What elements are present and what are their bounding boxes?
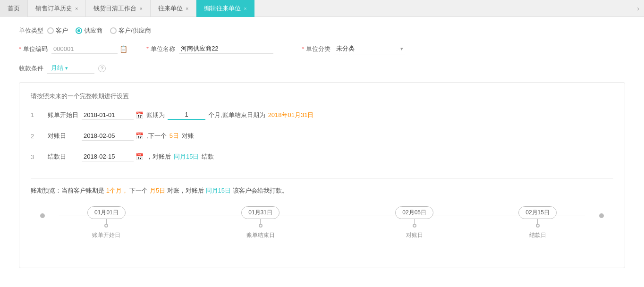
setting-row-3: 3 结款日 📅 ，对账后 同月15日 结款 — [31, 152, 613, 161]
row-label-3: 结款日 — [48, 152, 76, 161]
payment-condition-row: 收款条件 月结 ▾ ? — [19, 63, 625, 74]
tab-bar: 首页 销售订单历史 × 钱货日清工作台 × 往来单位 × 编辑往来单位 × › — [0, 0, 644, 17]
tab-edit-partner-label: 编辑往来单位 — [204, 4, 241, 13]
radio-supplier-circle — [76, 27, 82, 34]
unit-code-field: * 单位编码 📋 — [19, 44, 127, 54]
chevron-down-icon: ▾ — [400, 46, 403, 52]
settings-card: 请按照未来的一个完整帐期进行设置 1 账单开始日 📅 账期为 个月,账单结束日期… — [19, 82, 625, 268]
main-content: 单位类型 客户 供应商 客户/供应商 * 单位编码 — [0, 17, 644, 287]
payment-condition-label: 收款条件 — [19, 64, 43, 73]
row-num-3: 3 — [31, 153, 40, 160]
unit-name-label: 单位名称 — [151, 45, 175, 53]
timeline-connector-1 — [106, 219, 107, 224]
timeline-dot-3 — [413, 224, 416, 228]
timeline-node-2: 01月31日 账单结束日 — [168, 206, 353, 239]
preview-reconcile-day: 月5日 — [150, 187, 165, 194]
close-icon[interactable]: × — [186, 6, 188, 11]
calendar-icon[interactable]: 📅 — [136, 153, 144, 160]
radio-customer-label: 客户 — [56, 26, 68, 35]
unit-name-input[interactable] — [179, 44, 273, 54]
tab-cash-work[interactable]: 钱货日清工作台 × — [86, 0, 150, 17]
unit-category-value: 未分类 — [336, 44, 398, 53]
timeline-node-4: 02月15日 结款日 — [476, 206, 599, 239]
unit-category-field: * 单位分类 未分类 ▾ — [302, 43, 405, 54]
timeline-connector-4 — [537, 219, 538, 224]
timeline: 01月01日 账单开始日 01月31日 账单结束日 02月05日 — [31, 206, 613, 258]
tab-scroll-arrow[interactable]: › — [632, 5, 644, 12]
required-star: * — [19, 45, 21, 52]
radio-supplier-label: 供应商 — [84, 26, 102, 35]
unit-code-input[interactable] — [51, 44, 118, 54]
preview-payment-day: 同月15日 — [206, 187, 231, 194]
card-title: 请按照未来的一个完整帐期进行设置 — [31, 92, 613, 101]
end-date-highlight: 2018年01月31日 — [268, 111, 314, 119]
timeline-desc-3: 对账日 — [406, 231, 423, 239]
unit-type-radio-group: 客户 供应商 客户/供应商 — [47, 26, 151, 35]
timeline-end-endpoint — [599, 206, 604, 218]
radio-customer-circle — [47, 27, 54, 34]
timeline-end-dot — [599, 213, 604, 218]
tab-sales-history[interactable]: 销售订单历史 × — [28, 0, 86, 17]
radio-both-circle — [110, 27, 117, 34]
calendar-icon[interactable]: 📅 — [136, 132, 144, 140]
timeline-dot-1 — [104, 224, 108, 228]
radio-supplier[interactable]: 供应商 — [76, 26, 102, 35]
setting-row-1: 1 账单开始日 📅 账期为 个月,账单结束日期为 2018年01月31日 — [31, 110, 613, 120]
unit-category-label: 单位分类 — [306, 45, 330, 53]
timeline-badge-1: 01月01日 — [87, 206, 126, 219]
payment-date-input[interactable] — [82, 152, 134, 161]
payment-condition-value: 月结 — [51, 64, 63, 72]
timeline-start-endpoint — [40, 206, 45, 218]
start-date-input[interactable] — [82, 110, 134, 120]
month-text: 个月,账单结束日期为 — [208, 111, 265, 119]
timeline-desc-2: 账单结束日 — [246, 231, 275, 239]
close-icon[interactable]: × — [75, 6, 78, 11]
tab-edit-partner[interactable]: 编辑往来单位 × — [196, 0, 254, 17]
timeline-start-dot — [40, 213, 45, 218]
timeline-desc-4: 结款日 — [529, 231, 546, 239]
payment-condition-field: 收款条件 月结 ▾ ? — [19, 63, 106, 74]
copy-icon[interactable]: 📋 — [119, 45, 127, 53]
row-num-2: 2 — [31, 133, 40, 140]
close-icon[interactable]: × — [244, 6, 246, 11]
preview-reconcile-text: 对账，对账后 — [167, 187, 204, 194]
row-label-1: 账单开始日 — [48, 111, 76, 119]
timeline-desc-1: 账单开始日 — [92, 231, 120, 239]
tab-partner[interactable]: 往来单位 × — [151, 0, 196, 17]
timeline-connector-2 — [260, 219, 261, 224]
tab-home-label: 首页 — [8, 4, 20, 13]
tab-sales-history-label: 销售订单历史 — [35, 4, 72, 13]
payment-condition-dropdown[interactable]: 月结 ▾ — [47, 63, 94, 74]
unit-code-label: 单位编码 — [23, 45, 48, 53]
payment-suffix: 结款 — [202, 152, 214, 161]
row-label-2: 对账日 — [48, 132, 76, 140]
code-name-category-row: * 单位编码 📋 * 单位名称 * 单位分类 未分类 ▾ — [19, 43, 625, 54]
reconcile-day-highlight: 5日 — [169, 132, 179, 140]
next-month-text: ,下一个 — [146, 132, 167, 140]
calendar-icon[interactable]: 📅 — [136, 111, 144, 119]
close-icon[interactable]: × — [139, 6, 142, 11]
radio-both[interactable]: 客户/供应商 — [110, 26, 151, 35]
tab-home[interactable]: 首页 — [0, 0, 28, 17]
preview-section: 账期预览：当前客户账期是 1个月， 下一个 月5日 对账，对账后 同月15日 该… — [31, 161, 613, 258]
after-reconcile-text: ，对账后 — [146, 152, 171, 161]
unit-category-dropdown[interactable]: 未分类 ▾ — [334, 43, 405, 54]
timeline-dot-2 — [259, 224, 263, 228]
timeline-connector-3 — [414, 219, 415, 224]
preview-next: 下一个 — [129, 187, 148, 194]
required-star: * — [146, 45, 149, 52]
preview-text: 账期预览：当前客户账期是 1个月， 下一个 月5日 对账，对账后 同月15日 该… — [31, 186, 613, 195]
radio-customer[interactable]: 客户 — [47, 26, 68, 35]
help-icon[interactable]: ? — [98, 65, 106, 72]
timeline-dot-4 — [536, 224, 540, 228]
payment-day-highlight: 同月15日 — [174, 152, 199, 161]
preview-period: 1个月， — [106, 187, 128, 194]
timeline-badge-3: 02月05日 — [395, 206, 433, 219]
preview-suffix: 该客户会给我打款。 — [233, 187, 288, 194]
reconcile-suffix: 对账 — [182, 132, 194, 140]
period-input[interactable] — [168, 110, 205, 120]
timeline-node-3: 02月05日 对账日 — [353, 206, 476, 239]
unit-type-field: 单位类型 客户 供应商 客户/供应商 — [19, 26, 151, 35]
reconcile-date-input[interactable] — [82, 131, 134, 141]
unit-type-label: 单位类型 — [19, 26, 43, 35]
